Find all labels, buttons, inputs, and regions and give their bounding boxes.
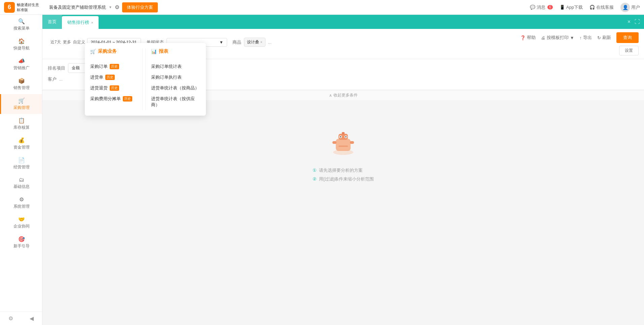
system-dropdown-arrow[interactable]: ▼	[109, 5, 112, 9]
date-7days-btn[interactable]: 近7天	[50, 39, 61, 45]
header-actions: ❓ 帮助 🖨 按模板打印 ▼ ↑ 导出	[520, 32, 639, 43]
sidebar-item-search[interactable]: 🔍 搜索菜单	[0, 15, 42, 35]
sidebar-settings-icon[interactable]: ⚙	[8, 315, 13, 322]
tab-close-icon[interactable]: ×	[91, 21, 93, 25]
message-icon: 💬	[530, 5, 535, 10]
user-item[interactable]: 👤 用户	[620, 3, 640, 12]
sidebar-item-inventory[interactable]: 📋 库存核算	[0, 114, 42, 134]
tab-close-window-icon[interactable]: ×	[628, 19, 631, 25]
menu-item-进货单统计表按供应商[interactable]: 进货单统计表（按供应商）	[151, 93, 201, 110]
industry-button[interactable]: 体验行业方案	[122, 2, 158, 12]
app-download-item[interactable]: 📱 App下载	[560, 4, 583, 10]
goods-tag: 设计桑 ×	[244, 38, 265, 47]
sidebar-label-basic: 基础信息	[13, 184, 30, 190]
help-action[interactable]: ❓ 帮助	[520, 35, 536, 41]
menu-item-采购订单统计表[interactable]: 采购订单统计表	[151, 61, 201, 72]
app-container: 6 畅捷通好生意 标准版 装备及固定资产辅助管理系统 ▼ ⚙ 体验行业方案 💬 …	[0, 0, 644, 325]
menu-item-采购订单执行表[interactable]: 采购订单执行表	[151, 72, 201, 83]
sidebar-items: 🔍 搜索菜单 🏠 快捷导航 📣 营销推广 📦 销售管理 🛒 采购管理 📋 库存核…	[0, 15, 42, 252]
empty-illustration	[326, 127, 360, 161]
marketing-icon: 📣	[18, 58, 25, 64]
headset-icon: 🎧	[589, 5, 595, 10]
tab-maximize-icon[interactable]: ⛶	[635, 19, 640, 25]
system-icon: ⚙	[19, 196, 24, 203]
sidebar-item-sales[interactable]: 📦 销售管理	[0, 74, 42, 94]
sidebar-item-finance[interactable]: 💰 资金管理	[0, 134, 42, 154]
goods-tag-close[interactable]: ×	[260, 40, 262, 44]
dropdown-menu: 🛒 采购业务 采购订单 历史 进货单 历史 进货退货 历史 采购费用分摊单 历史…	[85, 43, 206, 116]
system-gear-icon[interactable]: ⚙	[115, 4, 119, 10]
tab-sales-rank[interactable]: 销售排行榜 ×	[62, 16, 99, 29]
quicknav-icon: 🏠	[18, 38, 25, 44]
inventory-icon: 📋	[18, 117, 25, 124]
messages-badge: 6	[547, 5, 553, 9]
menu-item-进货单[interactable]: 进货单 历史	[90, 72, 140, 83]
query-button[interactable]: 查询	[616, 32, 639, 43]
svg-rect-1	[336, 139, 351, 151]
newuser-icon: 🎯	[18, 236, 25, 242]
business-icon: 📄	[18, 157, 25, 163]
menu-item-进货退货[interactable]: 进货退货 历史	[90, 83, 140, 93]
svg-rect-8	[338, 146, 348, 147]
top-right: 💬 消息 6 📱 App下载 🎧 在线客服 👤 用户	[530, 3, 640, 12]
menu-item-进货单统计表按商品[interactable]: 进货单统计表（按商品）	[151, 83, 201, 93]
purchase-section-title: 🛒 采购业务	[90, 48, 140, 57]
goods-more[interactable]: ...	[268, 40, 272, 45]
finance-icon: 💰	[18, 137, 25, 144]
report-section-icon: 📊	[151, 49, 157, 54]
sidebar-label-business: 经营管理	[13, 164, 30, 170]
basic-icon: 🗂	[19, 177, 24, 183]
doc-status-arrow: ▼	[219, 40, 223, 45]
sidebar-item-business[interactable]: 📄 经营管理	[0, 154, 42, 173]
purchase-section: 🛒 采购业务 采购订单 历史 进货单 历史 进货退货 历史 采购费用分摊单 历史	[90, 48, 140, 110]
sidebar-item-purchase[interactable]: 🛒 采购管理	[0, 94, 42, 114]
tip1: ① 请先选择要分析的方案	[313, 166, 374, 175]
messages-item[interactable]: 💬 消息 6	[530, 4, 553, 10]
menu-item-采购费用分摊单[interactable]: 采购费用分摊单 历史	[90, 93, 140, 104]
sidebar: 🔍 搜索菜单 🏠 快捷导航 📣 营销推广 📦 销售管理 🛒 采购管理 📋 库存核…	[0, 15, 42, 325]
header-right-actions: ❓ 帮助 🖨 按模板打印 ▼ ↑ 导出	[520, 32, 639, 55]
main-area: 🔍 搜索菜单 🏠 快捷导航 📣 营销推广 📦 销售管理 🛒 采购管理 📋 库存核…	[0, 15, 644, 325]
sidebar-item-newuser[interactable]: 🎯 新手引导	[0, 233, 42, 252]
menu-item-采购订单[interactable]: 采购订单 历史	[90, 61, 140, 72]
sidebar-item-basic[interactable]: 🗂 基础信息	[0, 173, 42, 193]
date-custom-btn[interactable]: 自定义	[73, 39, 85, 45]
sidebar-collapse-icon[interactable]: ◀	[30, 315, 34, 322]
svg-point-6	[345, 136, 347, 137]
sidebar-label-quicknav: 快捷导航	[13, 45, 30, 51]
customer-label: 客户	[48, 76, 57, 82]
sidebar-bottom: ⚙ ◀	[0, 312, 42, 325]
purchase-items: 采购订单 历史 进货单 历史 进货退货 历史 采购费用分摊单 历史	[90, 61, 140, 104]
tab-home[interactable]: 首页	[42, 15, 62, 29]
purchase-section-icon: 🛒	[90, 49, 96, 54]
svg-point-5	[340, 136, 341, 137]
empty-state: ① 请先选择要分析的方案 ② 用[过滤]条件来缩小分析范围	[42, 100, 644, 210]
report-items: 采购订单统计表采购订单执行表进货单统计表（按商品）进货单统计表（按供应商）	[151, 61, 201, 110]
system-name: 装备及固定资产辅助管理系统	[49, 4, 106, 10]
print-action[interactable]: 🖨 按模板打印 ▼	[541, 35, 574, 41]
settings-button[interactable]: 设置	[619, 46, 639, 55]
sidebar-item-quicknav[interactable]: 🏠 快捷导航	[0, 35, 42, 54]
date-more-btn[interactable]: 更多	[63, 39, 71, 45]
tab-actions: × ⛶	[628, 19, 644, 25]
sidebar-item-marketing[interactable]: 📣 营销推广	[0, 54, 42, 74]
print-dropdown-arrow[interactable]: ▼	[570, 35, 574, 40]
history-badge: 历史	[105, 75, 115, 80]
history-badge: 历史	[123, 96, 132, 101]
print-icon: 🖨	[541, 35, 545, 40]
logo-text: 畅捷通好生意 标准版	[17, 2, 39, 12]
help-icon: ❓	[520, 35, 526, 40]
empty-tips: ① 请先选择要分析的方案 ② 用[过滤]条件来缩小分析范围	[313, 166, 374, 184]
export-action[interactable]: ↑ 导出	[580, 35, 592, 41]
sidebar-item-enterprise[interactable]: 🤝 企业协同	[0, 213, 42, 233]
online-service-item[interactable]: 🎧 在线客服	[589, 4, 614, 10]
top-logo: 6 畅捷通好生意 标准版	[4, 2, 46, 13]
customer-more[interactable]: ...	[59, 77, 63, 82]
top-bar: 6 畅捷通好生意 标准版 装备及固定资产辅助管理系统 ▼ ⚙ 体验行业方案 💬 …	[0, 0, 644, 15]
refresh-action[interactable]: ↻ 刷新	[597, 35, 611, 41]
refresh-icon: ↻	[597, 35, 601, 40]
top-system: 装备及固定资产辅助管理系统 ▼ ⚙	[49, 4, 119, 10]
tab-bar: 首页 销售排行榜 × × ⛶	[42, 15, 644, 29]
sidebar-item-system[interactable]: ⚙ 系统管理	[0, 193, 42, 213]
sidebar-label-newuser: 新手引导	[13, 243, 30, 249]
